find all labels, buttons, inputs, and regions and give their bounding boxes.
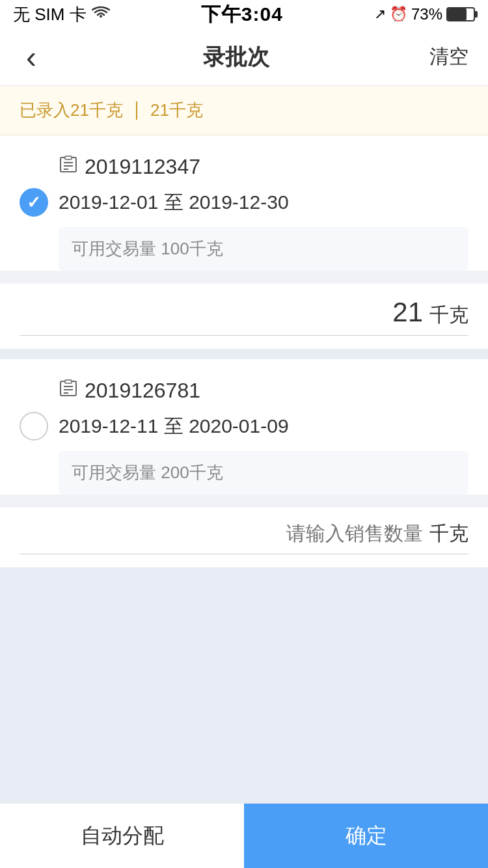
auto-distribute-button[interactable]: 自动分配: [0, 804, 244, 868]
batch2-avail: 可用交易量 200千克: [59, 451, 468, 495]
batch1-amount-section: 21 千克: [0, 284, 488, 349]
batch1-date-row[interactable]: 2019-12-01 至 2019-12-30: [20, 188, 468, 217]
wifi-icon: [92, 5, 110, 25]
alarm-icon: ⏰: [390, 6, 407, 23]
batch1-avail-text: 可用交易量 100千克: [72, 239, 223, 258]
batch1-amount-value: 21: [392, 297, 423, 328]
bottom-bar: 自动分配 确定: [0, 803, 488, 868]
info-banner: 已录入21千克 21千克: [0, 86, 488, 135]
status-left: 无 SIM 卡: [13, 3, 110, 26]
batch2-input-section: 千克: [0, 508, 488, 567]
batch1-amount-unit: 千克: [429, 302, 468, 329]
batch2-icon: [59, 379, 78, 403]
batch-item-2: 2019126781 2019-12-11 至 2020-01-09 可用交易量…: [0, 359, 488, 495]
batch1-id-row: 2019112347: [20, 155, 468, 179]
batch2-qty-input[interactable]: [20, 522, 423, 545]
battery-icon: [446, 7, 475, 21]
clear-button[interactable]: 清空: [429, 44, 468, 70]
batch2-date: 2019-12-11 至 2020-01-09: [59, 413, 289, 440]
nav-bar: ‹ 录批次 清空: [0, 29, 488, 86]
status-time: 下午3:04: [201, 1, 283, 28]
location-icon: ↗: [374, 6, 386, 23]
batch1-date: 2019-12-01 至 2019-12-30: [59, 189, 289, 216]
batch2-radio[interactable]: [20, 412, 48, 441]
recorded-value: 21千克: [150, 99, 203, 122]
batch2-avail-text: 可用交易量 200千克: [72, 463, 223, 482]
batch2-id: 2019126781: [85, 379, 200, 403]
batch2-date-row[interactable]: 2019-12-11 至 2020-01-09: [20, 412, 468, 441]
batch1-avail: 可用交易量 100千克: [59, 227, 468, 271]
batch2-qty-unit: 千克: [429, 521, 468, 547]
batch2-input-row[interactable]: 千克: [0, 508, 488, 547]
batch1-radio[interactable]: [20, 188, 48, 217]
empty-area: [0, 567, 488, 828]
page-title: 录批次: [203, 42, 269, 72]
batch1-amount-row: 21 千克: [0, 284, 488, 329]
batch2-id-row: 2019126781: [20, 379, 468, 403]
status-right: ↗ ⏰ 73%: [374, 5, 475, 23]
svg-rect-9: [65, 380, 72, 383]
no-sim-text: 无 SIM 卡: [13, 3, 87, 26]
batch-item-1: 2019112347 2019-12-01 至 2019-12-30 可用交易量…: [0, 135, 488, 271]
batch1-id: 2019112347: [85, 155, 200, 179]
confirm-button[interactable]: 确定: [244, 804, 488, 868]
back-button[interactable]: ‹: [20, 33, 43, 81]
svg-rect-4: [65, 156, 72, 159]
battery-percent: 73%: [411, 5, 442, 23]
info-divider: [136, 102, 137, 120]
batch1-icon: [59, 155, 78, 179]
section-divider: [0, 349, 488, 359]
recorded-label: 已录入21千克: [20, 99, 123, 122]
status-bar: 无 SIM 卡 下午3:04 ↗ ⏰ 73%: [0, 0, 488, 29]
